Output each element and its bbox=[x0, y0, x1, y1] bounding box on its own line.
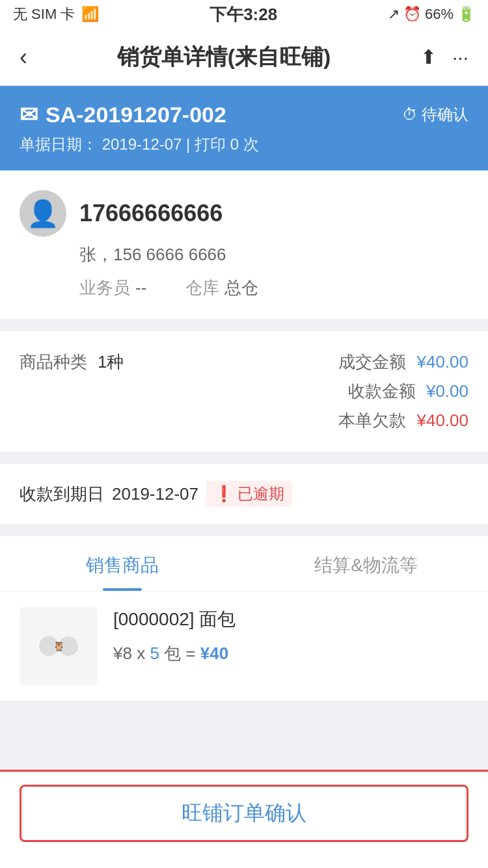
received-amount-row: 收款金额 ¥0.00 bbox=[348, 380, 468, 403]
avatar: 👤 bbox=[20, 190, 66, 237]
status-clock-icon: ⏱ bbox=[402, 105, 418, 124]
tab-settlement-label: 结算&物流等 bbox=[314, 555, 418, 575]
print-count: 0 bbox=[230, 135, 239, 153]
unit-price: ¥8 bbox=[113, 644, 132, 663]
back-button[interactable]: ‹ bbox=[20, 44, 27, 71]
wifi-icon: 📶 bbox=[81, 6, 99, 23]
status-bar: 无 SIM 卡 📶 下午3:28 ↗ ⏰ 66% 🔋 bbox=[0, 0, 488, 29]
tabs-section: 销售商品 结算&物流等 bbox=[0, 536, 488, 591]
tab-products[interactable]: 销售商品 bbox=[0, 536, 244, 591]
svg-text:🦉: 🦉 bbox=[53, 641, 65, 652]
customer-row: 👤 17666666666 bbox=[20, 190, 468, 237]
staff-info: 业务员 -- bbox=[79, 277, 146, 299]
order-header: ✉ SA-20191207-002 ⏱ 待确认 单据日期： 2019-12-07… bbox=[0, 86, 488, 170]
received-value: ¥0.00 bbox=[426, 381, 468, 401]
warehouse-value: 总仓 bbox=[224, 277, 258, 299]
order-number-value: SA-20191207-002 bbox=[46, 102, 226, 128]
product-type-label: 商品种类 bbox=[20, 351, 87, 373]
order-header-top: ✉ SA-20191207-002 ⏱ 待确认 bbox=[20, 102, 468, 128]
bottom-bar: 旺铺订单确认 bbox=[0, 770, 488, 868]
status-label: 待确认 bbox=[422, 104, 468, 125]
more-button[interactable]: ··· bbox=[452, 46, 468, 68]
status-bar-right: ↗ ⏰ 66% 🔋 bbox=[388, 6, 475, 23]
product-type-value: 1种 bbox=[98, 351, 124, 373]
confirm-order-button[interactable]: 旺铺订单确认 bbox=[20, 785, 468, 842]
tab-settlement[interactable]: 结算&物流等 bbox=[244, 536, 488, 591]
product-logo-icon: 🦉 bbox=[36, 630, 81, 662]
location-icon: ↗ bbox=[388, 6, 400, 23]
deal-amount-value: ¥40.00 bbox=[416, 352, 468, 372]
print-label: | 打印 bbox=[186, 135, 230, 153]
customer-meta: 业务员 -- 仓库 总仓 bbox=[20, 277, 468, 299]
order-icon: ✉ bbox=[20, 102, 38, 128]
product-name: [0000002] 面包 bbox=[113, 607, 468, 632]
product-quantity: 5 bbox=[150, 644, 159, 663]
tab-products-label: 销售商品 bbox=[86, 555, 159, 575]
overdue-text: 已逾期 bbox=[237, 483, 284, 504]
nav-actions: ⬆ ··· bbox=[420, 46, 468, 68]
overdue-badge: ❗ 已逾期 bbox=[206, 481, 292, 507]
due-date-section: 收款到期日 2019-12-07 ❗ 已逾期 bbox=[0, 464, 488, 524]
amounts-right: 成交金额 ¥40.00 收款金额 ¥0.00 本单欠款 ¥40.00 bbox=[338, 351, 468, 432]
battery-label: 66% bbox=[425, 6, 454, 23]
owed-label: 本单欠款 bbox=[338, 409, 406, 432]
status-bar-time: 下午3:28 bbox=[210, 3, 277, 26]
overdue-icon: ❗ bbox=[214, 485, 234, 503]
product-code: [0000002] bbox=[113, 609, 195, 629]
product-item: 🦉 [0000002] 面包 ¥8 x 5 包 = ¥40 bbox=[0, 591, 488, 701]
avatar-icon: 👤 bbox=[27, 198, 59, 229]
order-status: ⏱ 待确认 bbox=[402, 104, 468, 125]
print-suffix: 次 bbox=[243, 135, 259, 153]
owed-amount-row: 本单欠款 ¥40.00 bbox=[338, 409, 468, 432]
battery-icon: 🔋 bbox=[457, 6, 475, 23]
product-type: 商品种类 1种 bbox=[20, 351, 124, 373]
order-date-row: 单据日期： 2019-12-07 | 打印 0 次 bbox=[20, 134, 468, 155]
price-separator: x bbox=[137, 644, 150, 663]
tabs-row: 销售商品 结算&物流等 bbox=[0, 536, 488, 591]
product-total: ¥40 bbox=[200, 644, 228, 663]
order-date-value: 2019-12-07 bbox=[102, 135, 182, 153]
staff-value: -- bbox=[135, 278, 146, 298]
status-bar-left: 无 SIM 卡 📶 bbox=[13, 5, 99, 24]
product-image: 🦉 bbox=[20, 607, 98, 685]
page-title: 销货单详情(来自旺铺) bbox=[117, 42, 331, 72]
date-prefix: 单据日期： bbox=[20, 135, 98, 153]
product-unit: 包 bbox=[164, 644, 181, 663]
customer-section: 👤 17666666666 张，156 6666 6666 业务员 -- 仓库 … bbox=[0, 170, 488, 319]
received-label: 收款金额 bbox=[348, 380, 416, 403]
deal-amount-row: 成交金额 ¥40.00 bbox=[338, 351, 468, 373]
warehouse-label: 仓库 bbox=[185, 277, 219, 299]
deal-amount-label: 成交金额 bbox=[338, 351, 406, 373]
due-date-label: 收款到期日 bbox=[20, 483, 104, 506]
confirm-button-label: 旺铺订单确认 bbox=[182, 799, 306, 828]
alarm-icon: ⏰ bbox=[403, 6, 421, 23]
warehouse-info: 仓库 总仓 bbox=[185, 277, 258, 299]
due-date-value: 2019-12-07 bbox=[112, 484, 198, 504]
amount-section: 商品种类 1种 成交金额 ¥40.00 收款金额 ¥0.00 本单欠款 ¥40.… bbox=[0, 331, 488, 452]
product-price-row: ¥8 x 5 包 = ¥40 bbox=[113, 642, 468, 665]
carrier-label: 无 SIM 卡 bbox=[13, 5, 75, 24]
product-title: 面包 bbox=[199, 609, 236, 629]
order-number: ✉ SA-20191207-002 bbox=[20, 102, 226, 128]
nav-bar: ‹ 销货单详情(来自旺铺) ⬆ ··· bbox=[0, 29, 488, 86]
customer-name: 张，156 6666 6666 bbox=[20, 243, 468, 266]
customer-phone: 17666666666 bbox=[79, 200, 223, 227]
owed-value: ¥40.00 bbox=[416, 411, 468, 431]
product-info: [0000002] 面包 ¥8 x 5 包 = ¥40 bbox=[113, 607, 468, 665]
staff-label: 业务员 bbox=[79, 277, 130, 299]
share-button[interactable]: ⬆ bbox=[420, 46, 437, 68]
equals-sign: = bbox=[185, 644, 200, 663]
